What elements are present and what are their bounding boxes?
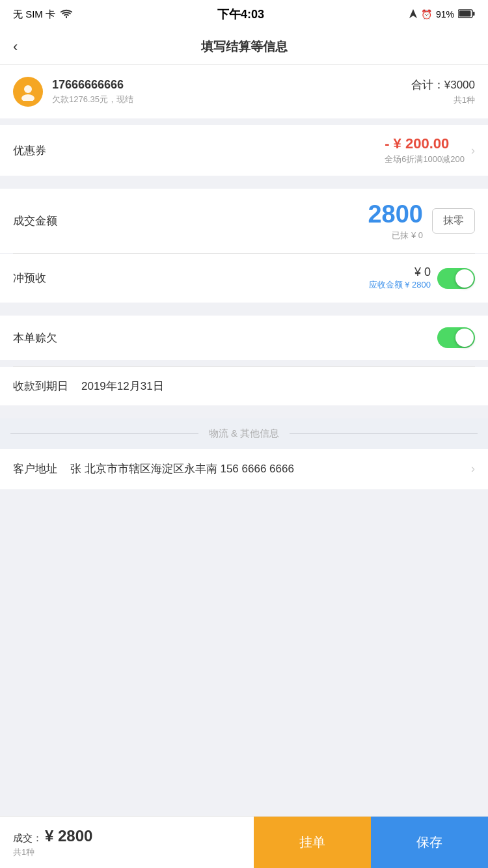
due-date-label: 收款到期日 bbox=[13, 379, 68, 394]
credit-right bbox=[437, 327, 475, 348]
discount-right: - ¥ 200.00 全场6折满1000减200 › bbox=[385, 135, 475, 165]
prepaid-label: 冲预收 bbox=[13, 271, 46, 286]
customer-card: 17666666666 欠款1276.35元，现结 合计：¥3000 共1种 bbox=[0, 65, 488, 118]
status-bar: 无 SIM 卡 下午4:03 ⏰ 91% bbox=[0, 0, 488, 29]
prepaid-value: ¥ 0 bbox=[369, 265, 431, 279]
prepaid-toggle[interactable] bbox=[437, 268, 475, 289]
carrier-text: 无 SIM 卡 bbox=[13, 8, 55, 21]
svg-rect-2 bbox=[472, 12, 474, 16]
credit-label: 本单赊欠 bbox=[13, 331, 57, 346]
svg-point-4 bbox=[24, 85, 32, 93]
battery-percent: 91% bbox=[436, 9, 454, 20]
prepaid-sub: 应收金额 ¥ 2800 bbox=[369, 279, 431, 291]
svg-rect-3 bbox=[459, 10, 470, 16]
wifi-icon bbox=[61, 9, 72, 20]
battery-icon bbox=[458, 9, 475, 20]
amount-row: 成交金额 2800 已抹 ¥ 0 抹零 bbox=[13, 200, 475, 241]
discount-amount: - ¥ 200.00 bbox=[385, 135, 465, 152]
separator-1 bbox=[0, 182, 488, 189]
customer-left: 17666666666 欠款1276.35元，现结 bbox=[13, 77, 133, 107]
save-button[interactable]: 保存 bbox=[371, 817, 488, 869]
bottom-amount: ¥ 2800 bbox=[45, 827, 92, 845]
hang-order-label: 挂单 bbox=[299, 834, 325, 851]
discount-value-col: - ¥ 200.00 全场6折满1000减200 bbox=[385, 135, 465, 165]
address-chevron-icon: › bbox=[471, 462, 475, 476]
credit-toggle[interactable] bbox=[437, 327, 475, 348]
customer-phone: 17666666666 bbox=[52, 78, 133, 92]
amount-label: 成交金额 bbox=[13, 213, 57, 228]
bottom-label: 成交： bbox=[13, 832, 42, 845]
avatar bbox=[13, 77, 43, 107]
customer-info: 17666666666 欠款1276.35元，现结 bbox=[52, 78, 133, 105]
alarm-icon: ⏰ bbox=[421, 9, 432, 20]
main-content: 17666666666 欠款1276.35元，现结 合计：¥3000 共1种 优… bbox=[0, 65, 488, 691]
round-button[interactable]: 抹零 bbox=[432, 208, 475, 234]
status-right: ⏰ 91% bbox=[409, 9, 475, 20]
back-button[interactable]: ‹ bbox=[13, 38, 18, 55]
discount-sub: 全场6折满1000减200 bbox=[385, 154, 465, 165]
bottom-bar: 成交： ¥ 2800 共1种 挂单 保存 bbox=[0, 816, 488, 868]
prepaid-value-col: ¥ 0 应收金额 ¥ 2800 bbox=[369, 265, 431, 291]
customer-count: 共1种 bbox=[411, 94, 475, 106]
due-date-row: 收款到期日 2019年12月31日 bbox=[0, 367, 488, 405]
logistics-divider-text: 物流 & 其他信息 bbox=[209, 427, 279, 440]
logistics-divider: 物流 & 其他信息 bbox=[0, 418, 488, 449]
hang-order-button[interactable]: 挂单 bbox=[254, 817, 371, 869]
bottom-summary: 成交： ¥ 2800 共1种 bbox=[0, 827, 254, 858]
address-label: 客户地址 bbox=[13, 461, 57, 476]
amount-section: 成交金额 2800 已抹 ¥ 0 抹零 bbox=[0, 189, 488, 253]
chevron-right-icon: › bbox=[471, 144, 475, 157]
status-time: 下午4:03 bbox=[217, 7, 264, 22]
bottom-spacer bbox=[0, 496, 488, 626]
discount-label: 优惠券 bbox=[13, 143, 46, 158]
nav-bar: ‹ 填写结算等信息 bbox=[0, 29, 488, 65]
svg-marker-0 bbox=[409, 9, 417, 18]
customer-total: 合计：¥3000 bbox=[411, 77, 475, 92]
credit-row: 本单赊欠 bbox=[0, 316, 488, 360]
discount-section: 优惠券 - ¥ 200.00 全场6折满1000减200 › bbox=[0, 125, 488, 176]
discount-row[interactable]: 优惠券 - ¥ 200.00 全场6折满1000减200 › bbox=[0, 125, 488, 176]
customer-sub: 欠款1276.35元，现结 bbox=[52, 94, 133, 105]
separator-3 bbox=[0, 412, 488, 418]
amount-right: 2800 已抹 ¥ 0 抹零 bbox=[368, 200, 475, 241]
bottom-summary-top: 成交： ¥ 2800 bbox=[13, 827, 241, 845]
credit-section: 本单赊欠 bbox=[0, 316, 488, 360]
bottom-count: 共1种 bbox=[13, 847, 241, 858]
prepaid-section: 冲预收 ¥ 0 应收金额 ¥ 2800 bbox=[0, 254, 488, 303]
due-date-value: 2019年12月31日 bbox=[81, 379, 164, 394]
save-label: 保存 bbox=[416, 834, 442, 851]
svg-point-5 bbox=[21, 94, 34, 101]
page-title: 填写结算等信息 bbox=[201, 38, 288, 55]
toggle-knob-credit bbox=[455, 329, 474, 347]
customer-right: 合计：¥3000 共1种 bbox=[411, 77, 475, 106]
address-value: 张 北京市市辖区海淀区永丰南 156 6666 6666 bbox=[70, 461, 471, 478]
amount-value: 2800 bbox=[368, 200, 423, 228]
address-row[interactable]: 客户地址 张 北京市市辖区海淀区永丰南 156 6666 6666 › bbox=[0, 449, 488, 489]
location-icon bbox=[409, 9, 417, 20]
separator-2 bbox=[0, 309, 488, 316]
divider-line-left bbox=[10, 433, 198, 434]
toggle-knob-prepaid bbox=[455, 269, 474, 288]
divider-line-right bbox=[290, 433, 478, 434]
amount-value-col: 2800 已抹 ¥ 0 bbox=[368, 200, 423, 241]
prepaid-right: ¥ 0 应收金额 ¥ 2800 bbox=[369, 265, 475, 291]
status-left: 无 SIM 卡 bbox=[13, 8, 72, 21]
amount-sub: 已抹 ¥ 0 bbox=[368, 230, 423, 241]
